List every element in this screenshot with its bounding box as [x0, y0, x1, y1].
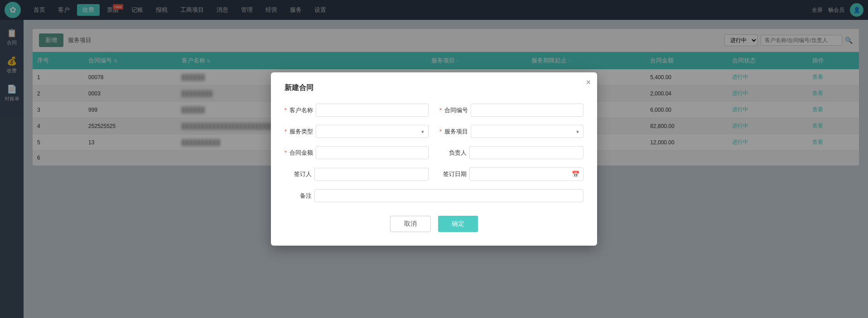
sign-date-wrapper: 2023-06-06 📅 — [469, 167, 583, 181]
service-item-label: * 服务项目 — [439, 128, 468, 136]
form-row-2: * 服务类型 ▼ * 服务项目 ▼ — [285, 125, 583, 138]
service-type-select[interactable] — [316, 125, 429, 138]
signer-input[interactable] — [314, 168, 429, 181]
confirm-button[interactable]: 确定 — [438, 216, 478, 232]
modal-footer: 取消 确定 — [285, 216, 583, 232]
service-item-select[interactable] — [471, 125, 583, 138]
responsible-person-label: 负责人 — [439, 149, 467, 157]
amount-label: * 合同金额 — [285, 149, 313, 157]
contract-no-label: * 合同编号 — [439, 106, 468, 114]
responsible-person-input[interactable] — [469, 146, 583, 159]
form-row-5: 备注 — [285, 189, 583, 202]
required-star-contract: * — [439, 107, 442, 114]
form-row-4: 签订人 签订日期 2023-06-06 📅 — [285, 167, 583, 181]
sign-date-label: 签订日期 — [439, 170, 467, 178]
form-group-amount: * 合同金额 0.00 — [285, 146, 429, 159]
required-star-service-type: * — [285, 128, 287, 135]
modal-overlay[interactable]: × 新建合同 * 客户名称 * 合同编号 — [0, 0, 868, 318]
service-type-label: * 服务类型 — [285, 128, 313, 136]
form-row-3: * 合同金额 0.00 负责人 — [285, 146, 583, 159]
required-star-service-item: * — [439, 128, 442, 135]
service-type-select-wrapper: ▼ — [316, 125, 429, 138]
required-star-amount: * — [285, 149, 287, 156]
remarks-input[interactable] — [314, 189, 583, 202]
form-group-service-type: * 服务类型 ▼ — [285, 125, 429, 138]
form-group-responsible: 负责人 — [439, 146, 583, 159]
required-star-customer: * — [285, 107, 287, 114]
cancel-button[interactable]: 取消 — [390, 216, 431, 232]
form-row-1: * 客户名称 * 合同编号 — [285, 104, 583, 117]
signer-label: 签订人 — [285, 170, 312, 178]
modal-title: 新建合同 — [285, 83, 583, 93]
new-contract-modal: × 新建合同 * 客户名称 * 合同编号 — [271, 72, 597, 246]
service-item-select-wrapper: ▼ — [471, 125, 583, 138]
customer-name-input[interactable] — [316, 104, 429, 117]
calendar-icon[interactable]: 📅 — [572, 171, 579, 178]
form-group-customer: * 客户名称 — [285, 104, 429, 117]
contract-amount-input[interactable]: 0.00 — [316, 146, 429, 159]
contract-no-input[interactable] — [471, 104, 583, 117]
form-group-service-item: * 服务项目 ▼ — [439, 125, 583, 138]
remarks-label: 备注 — [285, 192, 312, 200]
form-group-signer: 签订人 — [285, 167, 429, 181]
form-group-remarks: 备注 — [285, 189, 583, 202]
form-group-contract-no: * 合同编号 — [439, 104, 583, 117]
form-group-sign-date: 签订日期 2023-06-06 📅 — [439, 167, 583, 181]
sign-date-input[interactable]: 2023-06-06 — [473, 171, 572, 178]
modal-close-button[interactable]: × — [586, 78, 591, 87]
customer-name-label: * 客户名称 — [285, 106, 313, 114]
